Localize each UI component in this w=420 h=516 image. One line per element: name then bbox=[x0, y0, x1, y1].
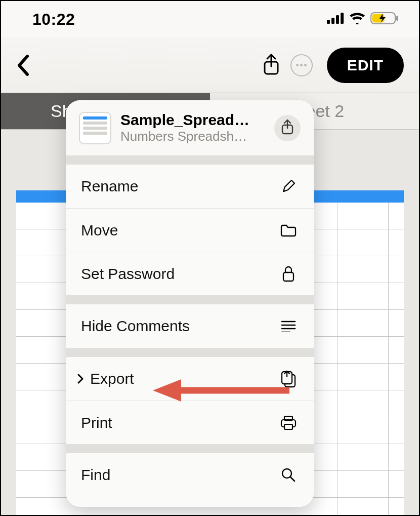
pencil-icon bbox=[278, 176, 299, 196]
lines-icon bbox=[278, 316, 299, 336]
menu-item-label: Export bbox=[90, 370, 134, 387]
menu-item-set-password[interactable]: Set Password bbox=[66, 252, 314, 295]
menu-item-label: Hide Comments bbox=[81, 317, 190, 335]
menu-item-rename[interactable]: Rename bbox=[66, 165, 314, 208]
svg-rect-3 bbox=[341, 13, 344, 24]
popover-share-button[interactable] bbox=[274, 115, 301, 141]
menu-item-move[interactable]: Move bbox=[66, 208, 314, 252]
status-bar: 10:22 bbox=[1, 1, 419, 37]
svg-rect-6 bbox=[396, 16, 398, 21]
menu-item-label: Find bbox=[81, 466, 110, 484]
svg-line-20 bbox=[290, 477, 295, 481]
document-actions-popover: Sample_Spread… Numbers Spreadsh… Rename … bbox=[66, 100, 314, 507]
menu-item-label: Print bbox=[81, 414, 112, 431]
share-icon bbox=[281, 119, 294, 137]
svg-rect-1 bbox=[331, 18, 334, 24]
ellipsis-icon bbox=[290, 54, 313, 76]
svg-rect-0 bbox=[327, 20, 330, 24]
status-time: 10:22 bbox=[32, 10, 75, 29]
svg-rect-2 bbox=[336, 15, 339, 24]
export-documents-icon bbox=[278, 369, 299, 389]
chevron-right-icon bbox=[74, 373, 87, 384]
search-icon bbox=[278, 465, 299, 485]
document-subtitle: Numbers Spreadsh… bbox=[120, 129, 265, 144]
menu-item-find[interactable]: Find bbox=[66, 453, 314, 497]
lock-icon bbox=[278, 264, 299, 284]
more-button[interactable] bbox=[286, 50, 317, 81]
share-button[interactable] bbox=[256, 50, 286, 81]
status-right bbox=[327, 12, 399, 27]
popover-header: Sample_Spread… Numbers Spreadsh… bbox=[66, 100, 314, 155]
cellular-icon bbox=[327, 13, 344, 26]
printer-icon bbox=[278, 413, 299, 433]
back-button[interactable] bbox=[16, 55, 47, 76]
edit-button[interactable]: EDIT bbox=[327, 48, 404, 83]
folder-icon bbox=[278, 220, 299, 241]
menu-item-export[interactable]: Export bbox=[66, 357, 314, 401]
menu-item-hide-comments[interactable]: Hide Comments bbox=[66, 304, 314, 348]
document-thumbnail bbox=[79, 112, 111, 144]
battery-charging-icon bbox=[370, 12, 399, 27]
menu-item-label: Move bbox=[81, 222, 118, 239]
wifi-icon bbox=[349, 12, 365, 26]
menu-item-label: Rename bbox=[81, 178, 138, 195]
svg-rect-9 bbox=[283, 272, 293, 281]
menu-item-label: Set Password bbox=[81, 265, 175, 283]
toolbar: EDIT bbox=[1, 37, 419, 93]
menu-item-print[interactable]: Print bbox=[66, 401, 314, 444]
document-title: Sample_Spread… bbox=[120, 111, 265, 129]
svg-rect-18 bbox=[284, 424, 292, 429]
share-icon bbox=[262, 53, 280, 77]
